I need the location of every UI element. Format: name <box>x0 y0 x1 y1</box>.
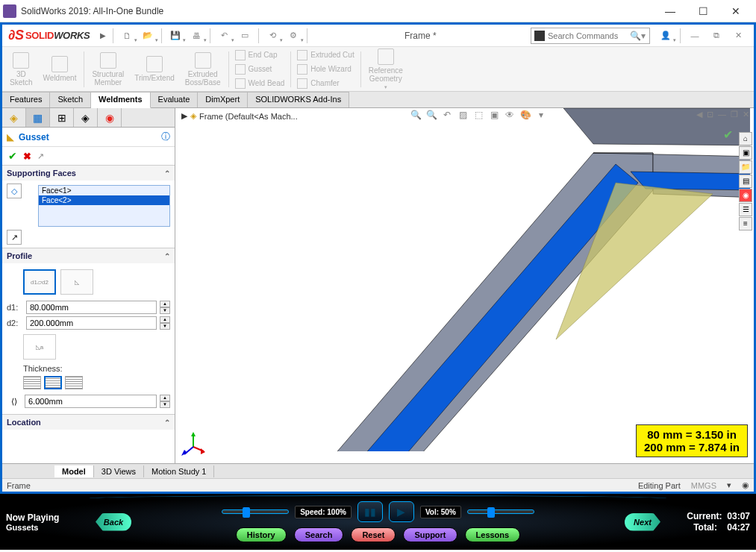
taskpane-view-icon[interactable]: ▤ <box>739 175 752 188</box>
prev-view-icon[interactable]: ↶ <box>440 110 454 123</box>
display-style-icon[interactable]: ▣ <box>487 110 501 123</box>
tab-addins[interactable]: SOLIDWORKS Add-Ins <box>248 92 349 107</box>
new-button[interactable]: 🗋 <box>117 27 137 45</box>
weldment-button[interactable]: Weldment <box>39 54 81 84</box>
appearance-icon[interactable]: 🎨 <box>519 110 532 123</box>
tab-3d-views[interactable]: 3D Views <box>94 465 144 477</box>
thick-spin-up[interactable]: ▲ <box>160 395 170 401</box>
lessons-button[interactable]: Lessons <box>465 527 521 542</box>
user-button[interactable]: 👤 <box>656 27 675 45</box>
thickness-both-option[interactable] <box>44 376 62 389</box>
tab-dimxpert[interactable]: DimXpert <box>198 92 248 107</box>
tab-features[interactable]: Features <box>2 92 50 107</box>
thickness-input[interactable] <box>25 395 157 408</box>
extruded-cut-button[interactable]: Extruded Cut <box>294 48 357 62</box>
fm-config-icon[interactable]: ⊞ <box>50 108 74 127</box>
fm-tree-icon[interactable]: ◈ <box>2 108 26 127</box>
collapse-icon[interactable]: ⌃ <box>164 169 170 178</box>
zoom-area-icon[interactable]: 🔍 <box>425 110 438 123</box>
vp-close-icon[interactable]: ✕ <box>743 110 749 119</box>
structural-member-button[interactable]: Structural Member <box>87 51 128 88</box>
volume-slider[interactable] <box>467 509 534 514</box>
trim-extend-button[interactable]: Trim/Extend <box>130 54 179 84</box>
tab-weldments[interactable]: Weldments <box>91 92 150 108</box>
profile-triangle-option[interactable]: ◺ <box>60 269 93 295</box>
collapse-icon[interactable]: ⌃ <box>164 252 170 260</box>
tab-motion-study[interactable]: Motion Study 1 <box>144 465 214 477</box>
tab-model[interactable]: Model <box>54 465 94 477</box>
select-button[interactable]: ▭ <box>235 27 254 45</box>
collapse-icon[interactable]: ⌃ <box>164 418 170 427</box>
help-icon[interactable]: ⓘ <box>161 131 170 143</box>
next-button[interactable]: Next <box>625 513 660 531</box>
help-close-button[interactable]: ✕ <box>728 27 748 45</box>
reset-button[interactable]: Reset <box>351 527 396 542</box>
viewport-breadcrumb[interactable]: ▶ ◈ Frame (Default<As Mach... <box>181 111 298 121</box>
speed-slider[interactable] <box>222 509 289 514</box>
profile-polygon-option[interactable]: d1▱d2 <box>23 269 56 295</box>
status-gear-icon[interactable]: ◉ <box>742 480 749 490</box>
vp-min-icon[interactable]: ⊡ <box>707 110 713 119</box>
pause-button[interactable]: ▮▮ <box>357 501 383 522</box>
pushpin-button[interactable]: ↗ <box>37 151 44 161</box>
status-units[interactable]: MMGS <box>691 481 716 490</box>
undo-button[interactable]: ↶ <box>214 27 234 45</box>
section-view-icon[interactable]: ▨ <box>456 110 469 123</box>
status-custom-icon[interactable]: ▾ <box>727 480 731 490</box>
rebuild-button[interactable]: ⟲ <box>263 27 282 45</box>
d2-spin-up[interactable]: ▲ <box>160 316 170 323</box>
d1-spin-up[interactable]: ▲ <box>160 301 170 307</box>
help-restore-button[interactable]: ⧉ <box>707 27 726 45</box>
support-button[interactable]: Support <box>403 527 457 542</box>
scene-icon[interactable]: ▾ <box>534 110 548 123</box>
hole-wizard-button[interactable]: Hole Wizard <box>294 63 357 76</box>
taskpane-forum-icon[interactable]: ≡ <box>739 217 752 230</box>
3d-sketch-button[interactable]: 3D Sketch <box>5 51 37 88</box>
thickness-left-option[interactable] <box>23 376 41 389</box>
gusset-ribbon-button[interactable]: Gusset <box>232 63 288 76</box>
history-button[interactable]: History <box>236 527 287 542</box>
face-selection-list[interactable]: Face<1> Face<2> <box>38 185 170 227</box>
view-triad[interactable] <box>181 432 205 456</box>
play-button[interactable]: ▶ <box>389 501 414 522</box>
back-button[interactable]: Back <box>96 513 131 531</box>
fm-property-icon[interactable]: ▦ <box>26 108 50 127</box>
thickness-right-option[interactable] <box>65 376 83 389</box>
cancel-button[interactable]: ✖ <box>23 151 31 162</box>
menu-expand-chevron[interactable]: ▶ <box>97 31 109 40</box>
chamfer-button[interactable]: Chamfer <box>294 77 357 90</box>
taskpane-file-icon[interactable]: 📁 <box>739 160 752 174</box>
vp-menu-icon[interactable]: ◀ <box>696 110 702 119</box>
weld-bead-button[interactable]: Weld Bead <box>232 77 288 90</box>
vp-max-icon[interactable]: ❐ <box>731 110 738 119</box>
ok-button[interactable]: ✔ <box>8 150 17 162</box>
3d-viewport[interactable]: ▶ ◈ Frame (Default<As Mach... 🔍 🔍 ↶ ▨ ⬚ … <box>175 108 754 463</box>
tab-evaluate[interactable]: Evaluate <box>151 92 199 107</box>
save-button[interactable]: 💾 <box>166 27 185 45</box>
open-button[interactable]: 📂 <box>138 27 157 45</box>
taskpane-home-icon[interactable]: ⌂ <box>739 132 752 145</box>
face-item-2[interactable]: Face<2> <box>39 195 169 205</box>
search-input[interactable] <box>548 31 630 40</box>
search-commands-box[interactable]: 🔍▾ <box>531 28 650 44</box>
zoom-fit-icon[interactable]: 🔍 <box>409 110 422 123</box>
help-min-button[interactable]: — <box>685 27 705 45</box>
d1-spin-down[interactable]: ▼ <box>160 307 170 314</box>
end-cap-button[interactable]: End Cap <box>232 48 288 62</box>
face-item-1[interactable]: Face<1> <box>39 186 169 195</box>
extruded-boss-button[interactable]: Extruded Boss/Base <box>181 51 225 88</box>
view-orient-icon[interactable]: ⬚ <box>472 110 485 123</box>
d1-input[interactable] <box>26 301 157 314</box>
d2-spin-down[interactable]: ▼ <box>160 323 170 330</box>
options-button[interactable]: ⚙ <box>284 27 303 45</box>
tab-sketch[interactable]: Sketch <box>50 92 91 107</box>
thick-spin-down[interactable]: ▼ <box>160 401 170 408</box>
close-button[interactable]: ✕ <box>725 5 747 17</box>
fm-display-icon[interactable]: ◉ <box>98 108 122 127</box>
confirm-corner-ok[interactable]: ✔ <box>723 128 733 142</box>
vp-min2-icon[interactable]: — <box>718 110 726 119</box>
taskpane-design-icon[interactable]: ▣ <box>739 146 752 160</box>
taskpane-custom-icon[interactable]: ☰ <box>739 203 752 216</box>
minimize-button[interactable]: — <box>659 5 681 17</box>
search-icon[interactable]: 🔍▾ <box>630 31 646 41</box>
